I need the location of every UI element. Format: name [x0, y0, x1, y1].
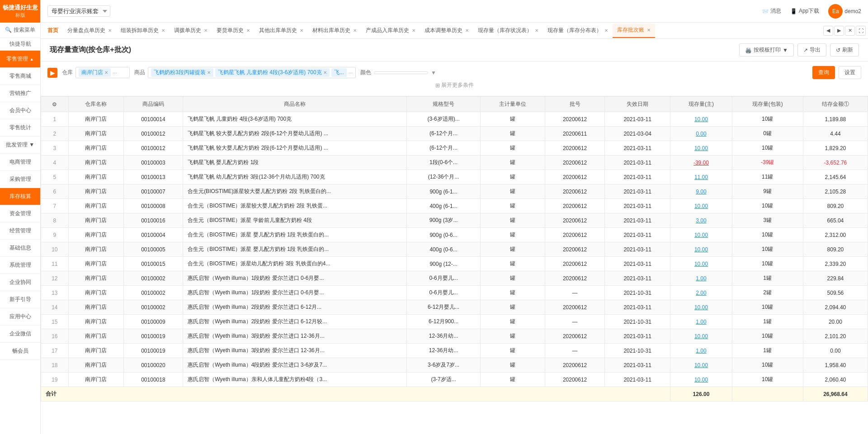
tab-close-all-btn[interactable]: ✕	[845, 26, 855, 36]
sidebar-item-inventory[interactable]: 库存核算	[0, 188, 40, 205]
expand-more-btn[interactable]: ⊞ 展开更多条件	[435, 81, 474, 89]
app-download-btn[interactable]: 📱 App下载	[790, 7, 819, 15]
tab-close-cost-adjust[interactable]: ✕	[465, 28, 469, 33]
filter-color-input[interactable]	[374, 71, 428, 74]
user-info[interactable]: Ea demo2	[828, 4, 861, 19]
cell-qty-main[interactable]: -39.00	[670, 156, 732, 170]
cell-qty-pkg: 2罐	[732, 286, 803, 300]
sidebar-item-member[interactable]: 会员中心	[0, 102, 40, 119]
sidebar-item-finance[interactable]: 资金管理	[0, 205, 40, 222]
cell-qty-main[interactable]: 9.00	[670, 184, 732, 199]
sidebar-item-guide[interactable]: 新手引导	[0, 291, 40, 308]
row-num: 9	[41, 228, 69, 242]
tab-batch-ledger[interactable]: 库存批次账 ✕	[613, 24, 655, 38]
cell-qty-main[interactable]: 2.00	[670, 286, 732, 300]
tab-next-btn[interactable]: ▶	[834, 26, 844, 36]
cell-qty-main[interactable]: 0.00	[670, 127, 732, 141]
cell-qty-main[interactable]: 10.00	[670, 242, 732, 257]
cell-qty-main[interactable]: 10.00	[670, 141, 732, 156]
filter-product-more-btn[interactable]: ···	[349, 70, 353, 75]
tab-outbound[interactable]: 其他出库单历史 ✕	[255, 24, 308, 38]
export-btn[interactable]: ↗ 导出	[797, 43, 826, 57]
cell-qty-main[interactable]: 1.00	[670, 344, 732, 358]
sidebar-item-retail-stats[interactable]: 零售统计	[0, 119, 40, 137]
print-btn[interactable]: 🖨️ 按模板打印 ▼	[739, 43, 794, 57]
tab-cost-adjust[interactable]: 成本调整单历史 ✕	[420, 24, 473, 38]
cell-qty-main[interactable]: 10.00	[670, 112, 732, 127]
topbar-right: 📨 消息 📱 App下载 Ea demo2	[762, 4, 861, 19]
tab-close-assembly[interactable]: ✕	[161, 28, 165, 33]
sidebar-item-operations[interactable]: 经营管理	[0, 222, 40, 240]
tab-stock-status[interactable]: 现存量（库存状况表） ✕	[473, 24, 543, 38]
refresh-btn[interactable]: ↺ 刷新	[830, 43, 859, 57]
sidebar-item-system[interactable]: 系统管理	[0, 257, 40, 274]
sidebar-item-purchase[interactable]: 采购管理	[0, 171, 40, 188]
filter-more-btn[interactable]: ···	[113, 70, 117, 75]
tab-close-material-out[interactable]: ✕	[353, 28, 357, 33]
cell-name: 惠氏启智（Wyeth illuma）1段奶粉 爱尔兰进口 0-6月婴...	[183, 271, 407, 286]
cell-qty-main[interactable]: 10.00	[670, 373, 732, 387]
cell-expire: 2021-10-31	[604, 344, 670, 358]
quick-nav[interactable]: 快捷导航	[0, 38, 40, 51]
table-row: 6 南岸门店 00100007 合生元(BIOSTIME)派星较大婴儿配方奶粉 …	[41, 184, 868, 199]
cell-qty-main[interactable]: 10.00	[670, 329, 732, 344]
cell-qty-main[interactable]: 1.00	[670, 315, 732, 329]
filter-warehouse-tags[interactable]: 南岸门店 ✕ ···	[75, 67, 130, 78]
sidebar-item-vip[interactable]: 畅会员	[0, 343, 40, 360]
cell-qty-main[interactable]: 11.00	[670, 170, 732, 184]
cell-qty-main[interactable]: 1.00	[670, 271, 732, 286]
sidebar-item-retail-mall[interactable]: 零售商城	[0, 68, 40, 85]
tab-stock-dist[interactable]: 现存量（库存分布表） ✕	[543, 24, 613, 38]
tab-inventory-count[interactable]: 分量盘点单历史 ✕	[63, 24, 116, 38]
filter-product-remove-2[interactable]: ✕	[323, 70, 327, 75]
cell-unit: 罐	[481, 199, 545, 213]
account-select[interactable]: 母婴行业演示账套	[47, 5, 110, 17]
tab-close-stock-dist[interactable]: ✕	[604, 28, 608, 33]
tab-close-transfer[interactable]: ✕	[204, 28, 208, 33]
sidebar-item-ecommerce[interactable]: 电商管理	[0, 154, 40, 171]
tab-fullscreen-btn[interactable]: ⛶	[856, 26, 866, 36]
sidebar-item-wechat[interactable]: 企业微信	[0, 326, 40, 343]
cell-qty-main[interactable]: 10.00	[670, 358, 732, 373]
query-btn[interactable]: 查询	[812, 66, 835, 79]
tab-product-in[interactable]: 产成品入库单历史 ✕	[361, 24, 420, 38]
cell-expire: 2021-03-11	[604, 358, 670, 373]
tab-close-stock-status[interactable]: ✕	[535, 28, 538, 33]
tab-assembly[interactable]: 组装拆卸单历史 ✕	[116, 24, 170, 38]
cell-qty-main[interactable]: 10.00	[670, 300, 732, 315]
tab-close-batch-ledger[interactable]: ✕	[647, 28, 651, 33]
search-menu[interactable]: 🔍 搜索菜单	[0, 23, 40, 38]
settings-btn[interactable]: 设置	[839, 66, 861, 79]
sidebar-item-wholesale[interactable]: 批发管理 ▼	[0, 137, 40, 154]
sidebar-item-basic-info[interactable]: 基础信息	[0, 240, 40, 257]
cell-qty-main[interactable]: 10.00	[670, 199, 732, 213]
cell-name: 惠氏启智（Wyeth illuma）4段奶粉 爱尔兰进口 3-6岁及7...	[183, 358, 407, 373]
filter-expand-btn[interactable]: ▶	[47, 68, 57, 78]
sidebar-item-marketing[interactable]: 营销推广	[0, 85, 40, 102]
sidebar-item-retail-mgmt[interactable]: 零售管理 ▲	[0, 51, 40, 68]
tab-close-outbound[interactable]: ✕	[300, 28, 303, 33]
cell-qty-main[interactable]: 3.00	[670, 213, 732, 228]
tab-close-requisition[interactable]: ✕	[246, 28, 250, 33]
tab-close-inventory-count[interactable]: ✕	[108, 28, 112, 33]
tab-close-product-in[interactable]: ✕	[412, 28, 415, 33]
cell-code: 00100002	[123, 271, 183, 286]
row-num: 5	[41, 170, 69, 184]
tab-home[interactable]: 首页	[43, 24, 63, 38]
cell-unit: 罐	[481, 271, 545, 286]
cell-qty-main[interactable]: 10.00	[670, 257, 732, 271]
tab-material-out[interactable]: 材料出库单历史 ✕	[308, 24, 361, 38]
col-settings[interactable]: ⚙	[41, 97, 69, 112]
filter-product-remove-1[interactable]: ✕	[207, 70, 211, 75]
sidebar-item-enterprise[interactable]: 企业协同	[0, 274, 40, 291]
cell-spec: 12-36月幼...	[406, 329, 480, 344]
tab-transfer[interactable]: 调拨单历史 ✕	[170, 24, 212, 38]
message-btn[interactable]: 📨 消息	[762, 7, 781, 15]
cell-qty-main[interactable]: 10.00	[670, 228, 732, 242]
tab-prev-btn[interactable]: ◀	[823, 26, 833, 36]
tab-requisition[interactable]: 要货单历史 ✕	[212, 24, 255, 38]
filter-warehouse-remove[interactable]: ✕	[104, 70, 108, 75]
cell-qty-pkg: 3罐	[732, 213, 803, 228]
sidebar-item-appstore[interactable]: 应用中心	[0, 308, 40, 326]
filter-product-tags[interactable]: 飞鹤奶粉3段丙罐提装 ✕ 飞鹤星飞帆 儿童奶粉 4段(3-6岁适用) 700克 …	[148, 67, 356, 78]
